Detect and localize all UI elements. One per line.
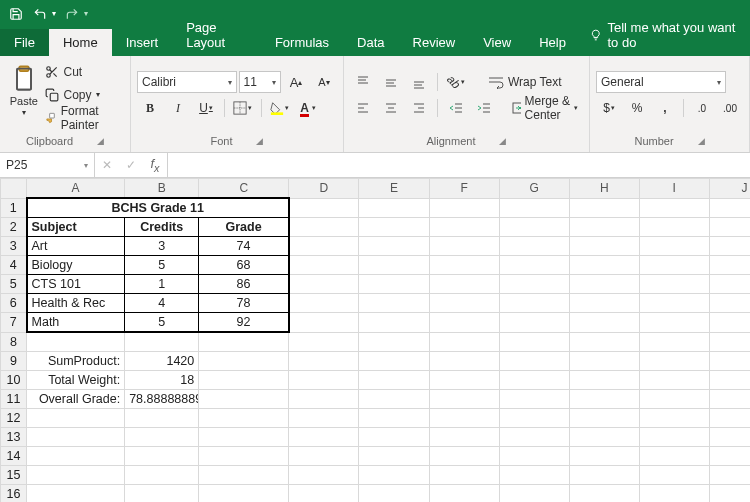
col-header[interactable]: F	[429, 179, 499, 199]
cell[interactable]	[199, 409, 289, 428]
cell[interactable]	[499, 390, 569, 409]
cell[interactable]	[289, 218, 359, 237]
cell[interactable]	[639, 371, 709, 390]
cell[interactable]	[639, 275, 709, 294]
decrease-decimal-icon[interactable]: .00	[717, 97, 743, 119]
cell[interactable]	[27, 447, 125, 466]
cell[interactable]	[429, 313, 499, 333]
col-header[interactable]: G	[499, 179, 569, 199]
cell[interactable]	[499, 428, 569, 447]
cell[interactable]	[639, 485, 709, 503]
select-all-corner[interactable]	[1, 179, 27, 199]
cell[interactable]	[429, 409, 499, 428]
enter-formula-icon[interactable]: ✓	[119, 158, 143, 172]
redo-icon[interactable]	[62, 4, 82, 24]
cell[interactable]	[709, 237, 750, 256]
cell[interactable]	[569, 294, 639, 313]
tell-me-search[interactable]: Tell me what you want to do	[580, 14, 750, 56]
align-bottom-icon[interactable]	[406, 71, 432, 93]
cell[interactable]	[639, 294, 709, 313]
save-icon[interactable]	[6, 4, 26, 24]
cell[interactable]	[639, 409, 709, 428]
cell[interactable]	[499, 447, 569, 466]
cell[interactable]	[359, 275, 429, 294]
borders-button[interactable]: ▾	[230, 97, 256, 119]
cell[interactable]	[499, 237, 569, 256]
wrap-text-button[interactable]: Wrap Text	[483, 71, 567, 93]
cell[interactable]	[289, 256, 359, 275]
cell[interactable]	[359, 313, 429, 333]
cell[interactable]	[709, 256, 750, 275]
cell[interactable]: Credits	[125, 218, 199, 237]
cell[interactable]	[709, 294, 750, 313]
cell[interactable]	[199, 428, 289, 447]
cell[interactable]	[709, 198, 750, 218]
cell[interactable]	[569, 409, 639, 428]
cell[interactable]	[359, 390, 429, 409]
col-header[interactable]: I	[639, 179, 709, 199]
cell[interactable]	[359, 237, 429, 256]
cell[interactable]	[499, 218, 569, 237]
cell[interactable]	[499, 294, 569, 313]
cell[interactable]: 1	[125, 275, 199, 294]
copy-button[interactable]: Copy ▾	[45, 85, 124, 105]
cell[interactable]	[499, 332, 569, 352]
row-header[interactable]: 5	[1, 275, 27, 294]
col-header[interactable]: A	[27, 179, 125, 199]
cell[interactable]	[709, 390, 750, 409]
cell[interactable]	[569, 198, 639, 218]
row-header[interactable]: 3	[1, 237, 27, 256]
cell[interactable]: 78.88888889	[125, 390, 199, 409]
cell[interactable]	[429, 352, 499, 371]
row-header[interactable]: 14	[1, 447, 27, 466]
merge-center-button[interactable]: Merge & Center▾	[507, 97, 583, 119]
col-header[interactable]: E	[359, 179, 429, 199]
cell[interactable]	[429, 390, 499, 409]
cell[interactable]	[289, 332, 359, 352]
cell[interactable]	[125, 447, 199, 466]
cell[interactable]	[639, 198, 709, 218]
cell[interactable]	[569, 332, 639, 352]
orientation-button[interactable]: ab▾	[443, 71, 469, 93]
cell[interactable]: 92	[199, 313, 289, 333]
cell[interactable]	[639, 352, 709, 371]
cell[interactable]	[359, 447, 429, 466]
cell[interactable]: 5	[125, 313, 199, 333]
tab-home[interactable]: Home	[49, 29, 112, 56]
cell[interactable]	[125, 428, 199, 447]
cell[interactable]	[199, 371, 289, 390]
cell[interactable]	[569, 466, 639, 485]
cell[interactable]	[199, 390, 289, 409]
cell[interactable]	[709, 332, 750, 352]
dialog-launcher-icon[interactable]: ◢	[698, 136, 705, 146]
cell[interactable]	[499, 256, 569, 275]
fx-icon[interactable]: fx	[143, 156, 167, 174]
cell[interactable]: 74	[199, 237, 289, 256]
cell[interactable]	[429, 275, 499, 294]
row-header[interactable]: 12	[1, 409, 27, 428]
tab-page-layout[interactable]: Page Layout	[172, 14, 261, 56]
cell[interactable]	[639, 313, 709, 333]
cell[interactable]	[429, 371, 499, 390]
cell[interactable]	[429, 218, 499, 237]
cell[interactable]: Total Weight:	[27, 371, 125, 390]
cell[interactable]	[429, 485, 499, 503]
cell[interactable]	[569, 313, 639, 333]
cell[interactable]	[429, 447, 499, 466]
cell[interactable]	[639, 237, 709, 256]
cell[interactable]: Health & Rec	[27, 294, 125, 313]
row-header[interactable]: 15	[1, 466, 27, 485]
row-header[interactable]: 13	[1, 428, 27, 447]
cell[interactable]	[359, 409, 429, 428]
row-header[interactable]: 8	[1, 332, 27, 352]
cell[interactable]	[429, 237, 499, 256]
cell[interactable]	[569, 447, 639, 466]
formula-input[interactable]	[168, 153, 750, 177]
underline-button[interactable]: U▾	[193, 97, 219, 119]
col-header[interactable]: H	[569, 179, 639, 199]
cell[interactable]	[709, 313, 750, 333]
cell[interactable]	[639, 428, 709, 447]
cell[interactable]	[289, 485, 359, 503]
accounting-format-button[interactable]: $▾	[596, 97, 622, 119]
cell[interactable]	[27, 466, 125, 485]
